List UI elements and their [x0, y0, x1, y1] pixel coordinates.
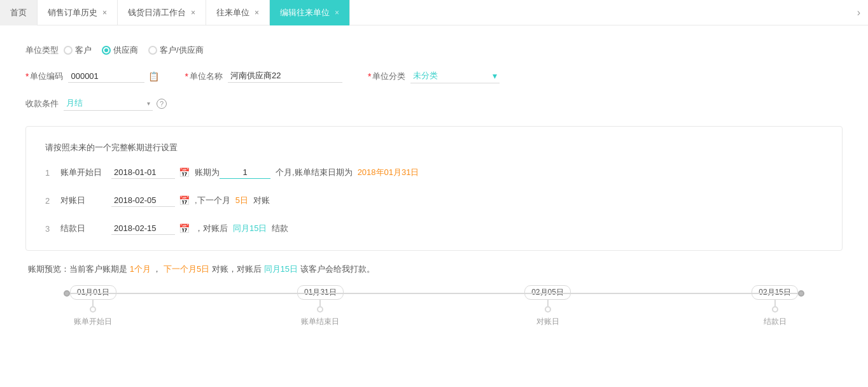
- period-num-1: 1: [45, 168, 60, 178]
- months-input[interactable]: [220, 166, 270, 179]
- payment-terms-row: 收款条件 月结 ▾ ?: [25, 96, 843, 111]
- tab-bar: 首页 销售订单历史 × 钱货日清工作台 × 往来单位 × 编辑往来单位 × ›: [0, 0, 868, 25]
- tab-home[interactable]: 首页: [0, 0, 38, 25]
- preview-middle: 对账，对账后: [212, 264, 262, 274]
- code-field-group: * 单位编码 📋: [25, 70, 159, 83]
- period-label-3: 结款日: [60, 223, 111, 234]
- tab-home-label: 首页: [10, 7, 27, 18]
- payment-note-prefix: ，对账后: [195, 223, 228, 234]
- tab-sales-history[interactable]: 销售订单历史 ×: [38, 0, 118, 25]
- payment-terms-value: 月结: [66, 97, 144, 109]
- timeline-right-endpoint: [798, 290, 804, 297]
- timeline-connector-2: [319, 300, 321, 306]
- radio-supplier-label: 供应商: [113, 45, 138, 56]
- category-label: 单位分类: [372, 71, 405, 82]
- tab-sales-history-label: 销售订单历史: [48, 7, 97, 18]
- payment-date-calendar-icon[interactable]: 📅: [179, 223, 190, 234]
- tab-partners-close[interactable]: ×: [255, 8, 259, 17]
- payment-note-suffix: 结款: [272, 223, 288, 234]
- radio-both[interactable]: 客户/供应商: [148, 45, 204, 56]
- period-label-2: 对账日: [60, 195, 111, 206]
- radio-customer[interactable]: 客户: [64, 45, 92, 56]
- payment-terms-arrow: ▾: [147, 100, 150, 107]
- timeline-left-endpoint: [64, 290, 70, 297]
- timeline-label-1: 账单开始日: [74, 316, 112, 327]
- category-value: 未分类: [413, 70, 493, 81]
- period-label-1: 账单开始日: [60, 167, 111, 178]
- name-field-group: * 单位名称: [185, 70, 342, 83]
- start-date-calendar-icon[interactable]: 📅: [179, 167, 190, 178]
- category-dropdown-icon: ▾: [493, 71, 497, 81]
- unit-type-label: 单位类型: [25, 45, 59, 56]
- timeline-wrapper: [51, 290, 817, 297]
- radio-both-circle: [148, 46, 157, 55]
- timeline-dot-3: [545, 306, 551, 313]
- code-required: *: [25, 71, 29, 81]
- timeline-section: 01月01日 账单开始日 01月31日 账单结束日 02月05日 对账日 02月…: [25, 290, 843, 327]
- name-label: 单位名称: [190, 71, 223, 82]
- timeline-dot-4: [772, 306, 778, 313]
- tab-edit-partner-close[interactable]: ×: [335, 8, 339, 17]
- period-settings-box: 请按照未来的一个完整帐期进行设置 1 账单开始日 📅 账期为 个月,账单结束日期…: [25, 126, 843, 251]
- payment-terms-label: 收款条件: [25, 98, 59, 109]
- timeline-label-2: 账单结束日: [301, 316, 339, 327]
- period-months-label: 账期为: [195, 167, 220, 178]
- preview-label: 账期预览：当前客户账期是: [28, 264, 127, 274]
- name-required: *: [185, 71, 188, 81]
- unit-type-radio-group: 客户 供应商 客户/供应商: [64, 45, 204, 56]
- timeline-line: [70, 293, 798, 294]
- radio-both-label: 客户/供应商: [160, 45, 204, 56]
- period-end-date: 2018年01月31日: [358, 167, 419, 178]
- preview-section: 账期预览：当前客户账期是 1个月 ， 下一个月5日 对账，对账后 同月15日 该…: [25, 264, 843, 275]
- radio-customer-circle: [64, 46, 73, 55]
- preview-reconcile-day: 下一个月5日: [164, 264, 209, 274]
- reconcile-note-prefix: ,下一个月: [195, 195, 230, 206]
- payment-terms-select[interactable]: 月结 ▾: [64, 96, 153, 111]
- tab-cash-work-close[interactable]: ×: [191, 8, 195, 17]
- period-row-1: 1 账单开始日 📅 账期为 个月,账单结束日期为 2018年01月31日: [45, 166, 823, 179]
- period-row-2: 2 对账日 📅 ,下一个月 5日 对账: [45, 194, 823, 207]
- payment-date-input[interactable]: [111, 222, 175, 235]
- timeline-label-4: 结款日: [764, 316, 787, 327]
- timeline-connector-1: [92, 300, 94, 306]
- payment-terms-help-icon[interactable]: ?: [157, 99, 167, 109]
- category-select[interactable]: 未分类 ▾: [410, 69, 500, 83]
- timeline-dot-1: [90, 306, 96, 313]
- tab-partners[interactable]: 往来单位 ×: [206, 0, 270, 25]
- code-name-category-row: * 单位编码 📋 * 单位名称 * 单位分类 未分类 ▾: [25, 69, 843, 83]
- period-months-unit: 个月,账单结束日期为: [276, 167, 353, 178]
- timeline-dot-2: [317, 306, 323, 313]
- timeline-connector-4: [774, 300, 776, 306]
- code-input[interactable]: [68, 70, 144, 83]
- reconcile-date-calendar-icon[interactable]: 📅: [179, 195, 190, 206]
- start-date-input[interactable]: [111, 166, 175, 179]
- timeline-label-3: 对账日: [536, 316, 559, 327]
- category-field-group: * 单位分类 未分类 ▾: [368, 69, 500, 83]
- preview-end: 该客户会给我打款。: [300, 264, 375, 274]
- tab-edit-partner-label: 编辑往来单位: [280, 7, 330, 18]
- main-content: 单位类型 客户 供应商 客户/供应商 * 单位编码 📋 * 单位名称: [0, 25, 868, 387]
- radio-supplier-circle: [102, 46, 111, 55]
- period-row-3: 3 结款日 📅 ，对账后 同月15日 结款: [45, 222, 823, 235]
- radio-supplier[interactable]: 供应商: [102, 45, 138, 56]
- preview-payment-day: 同月15日: [264, 264, 298, 274]
- timeline-left-dot: [64, 290, 70, 297]
- tab-partners-label: 往来单位: [216, 7, 249, 18]
- reconcile-date-input[interactable]: [111, 194, 175, 207]
- reconcile-highlight: 5日: [235, 195, 248, 206]
- preview-months: 1个月: [130, 264, 151, 274]
- code-calendar-icon[interactable]: 📋: [148, 71, 159, 81]
- unit-type-row: 单位类型 客户 供应商 客户/供应商: [25, 45, 843, 56]
- tab-cash-work[interactable]: 钱货日清工作台 ×: [118, 0, 206, 25]
- period-num-3: 3: [45, 224, 60, 234]
- tab-cash-work-label: 钱货日清工作台: [128, 7, 186, 18]
- timeline-right-dot: [798, 290, 804, 297]
- code-label: 单位编码: [30, 71, 63, 82]
- name-input[interactable]: [228, 70, 342, 83]
- tab-expand-button[interactable]: ›: [850, 0, 868, 25]
- timeline-connector-3: [547, 300, 549, 306]
- tab-edit-partner[interactable]: 编辑往来单位 ×: [270, 0, 350, 25]
- radio-customer-label: 客户: [75, 45, 92, 56]
- tab-sales-history-close[interactable]: ×: [102, 8, 107, 17]
- preview-comma1: ，: [153, 264, 161, 274]
